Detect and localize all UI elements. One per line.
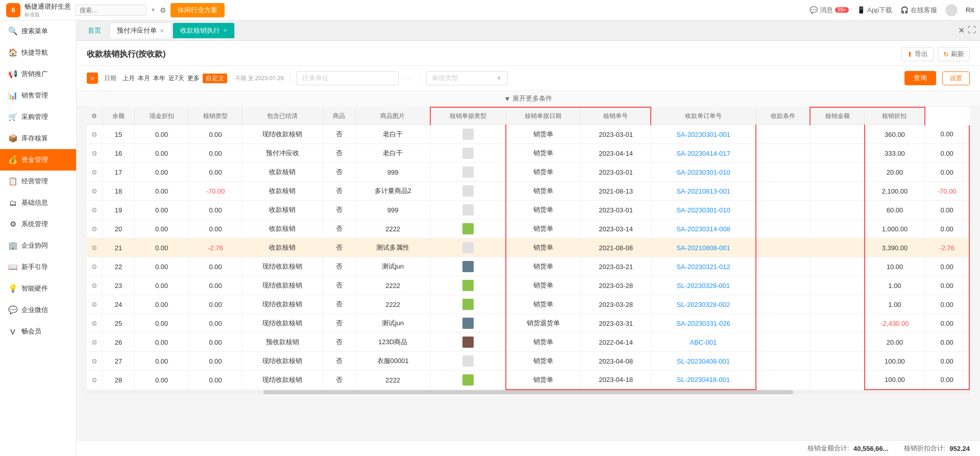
date-opt-last-month[interactable]: 上月 bbox=[122, 74, 135, 83]
sidebar-item-wechat[interactable]: 💬 企业微信 bbox=[0, 299, 76, 321]
message-item[interactable]: 💬 消息 99+ bbox=[810, 6, 849, 15]
cell-settings[interactable]: ⚙ bbox=[87, 163, 102, 182]
cell-write-off-no[interactable]: SL-20230408-001 bbox=[651, 352, 756, 371]
sidebar-item-search[interactable]: 🔍 搜索菜单 bbox=[0, 20, 76, 42]
partner-input[interactable]: 往来单位 bbox=[297, 71, 399, 85]
cell-settings[interactable]: ⚙ bbox=[87, 144, 102, 163]
cell-write-off-no[interactable]: SA-20230414-017 bbox=[651, 144, 756, 163]
table-row: ⚙ 21 0.00 -2.76 收款核销 否 测试多属性 销货单 2021-08… bbox=[87, 238, 969, 257]
date-opt-this-month[interactable]: 本月 bbox=[138, 74, 150, 83]
gear-icon[interactable]: ⚙ bbox=[160, 6, 166, 14]
cell-write-off-no[interactable]: SA-20230301-010 bbox=[651, 163, 756, 182]
cell-write-off-no[interactable]: SL-20230418-001 bbox=[651, 371, 756, 390]
cell-write-off-no[interactable]: SA-20230331-026 bbox=[651, 314, 756, 333]
cell-write-off-no[interactable]: SA-20230301-001 bbox=[651, 125, 756, 144]
cell-settings[interactable]: ⚙ bbox=[87, 371, 102, 390]
cell-settings[interactable]: ⚙ bbox=[87, 182, 102, 201]
sidebar-item-marketing[interactable]: 📢 营销推广 bbox=[0, 63, 76, 85]
sidebar-item-guide[interactable]: 📖 新手引导 bbox=[0, 256, 76, 278]
write-off-no-link[interactable]: SL-20230328-002 bbox=[677, 301, 730, 308]
tab-prepay[interactable]: 预付冲应付单 ✕ bbox=[109, 22, 172, 38]
scroll-thumb[interactable] bbox=[263, 390, 793, 394]
tab-home[interactable]: 首页 bbox=[81, 23, 108, 38]
expand-conditions-button[interactable]: ▼ 展开更多条件 bbox=[504, 94, 553, 103]
write-off-no-link[interactable]: SA-20230331-026 bbox=[676, 320, 730, 327]
date-opt-custom[interactable]: 自定义 bbox=[203, 74, 227, 83]
export-button[interactable]: ⬆ 导出 bbox=[901, 47, 934, 61]
cell-write-off-no[interactable]: SA-20230314-008 bbox=[651, 220, 756, 238]
write-off-no-link[interactable]: SL-20230408-001 bbox=[677, 357, 730, 365]
write-off-no-link[interactable]: ABC-001 bbox=[690, 339, 717, 346]
cell-write-off-no[interactable]: SA-20230321-012 bbox=[651, 257, 756, 276]
cell-write-off-no[interactable]: SA-20210808-001 bbox=[651, 238, 756, 257]
cell-write-off-discount: 0.00 bbox=[925, 257, 969, 276]
cell-settings[interactable]: ⚙ bbox=[87, 352, 102, 371]
enterprise-icon: 🏢 bbox=[8, 241, 17, 250]
minimize-icon[interactable]: ✕ bbox=[958, 26, 965, 35]
home-icon: 🏠 bbox=[8, 48, 17, 57]
cell-settings[interactable]: ⚙ bbox=[87, 220, 102, 238]
app-download-item[interactable]: 📱 App下载 bbox=[857, 6, 892, 15]
cell-settings[interactable]: ⚙ bbox=[87, 276, 102, 295]
sidebar-item-base-info[interactable]: 🗂 基础信息 bbox=[0, 192, 76, 213]
cell-write-off-no[interactable]: SL-20230328-002 bbox=[651, 295, 756, 314]
filter-toggle-button[interactable]: » bbox=[87, 73, 98, 84]
cell-write-off-no[interactable]: ABC-001 bbox=[651, 333, 756, 352]
tab-close-prepay[interactable]: ✕ bbox=[160, 28, 164, 34]
date-opt-7days[interactable]: 近7天 bbox=[168, 74, 184, 83]
single-type-select[interactable]: 单据类型 ▼ bbox=[426, 71, 508, 85]
cell-write-off-no[interactable]: SA-20210813-001 bbox=[651, 182, 756, 201]
cell-settings[interactable]: ⚙ bbox=[87, 295, 102, 314]
sidebar-item-smart-hardware[interactable]: 💡 智能硬件 bbox=[0, 278, 76, 299]
search-input[interactable] bbox=[75, 5, 146, 16]
write-off-no-link[interactable]: SA-20230321-012 bbox=[676, 263, 730, 271]
sidebar-item-inventory[interactable]: 📦 库存核算 bbox=[0, 128, 76, 149]
cell-id: 16 bbox=[102, 144, 135, 163]
write-off-no-link[interactable]: SA-20230301-001 bbox=[676, 131, 730, 138]
write-off-no-link[interactable]: SL-20230328-001 bbox=[677, 282, 730, 290]
cell-settings[interactable]: ⚙ bbox=[87, 201, 102, 220]
cell-settings[interactable]: ⚙ bbox=[87, 333, 102, 352]
date-opt-more[interactable]: 更多 bbox=[187, 74, 200, 83]
write-off-no-link[interactable]: SL-20230418-001 bbox=[677, 376, 730, 383]
cell-goods-image bbox=[430, 238, 506, 257]
cell-write-off-no[interactable]: SL-20230328-001 bbox=[651, 276, 756, 295]
cell-collection-order-no bbox=[756, 257, 810, 276]
sidebar-item-quick-nav[interactable]: 🏠 快捷导航 bbox=[0, 42, 76, 63]
write-off-no-link[interactable]: SA-20210813-001 bbox=[676, 187, 730, 195]
sidebar-item-purchase[interactable]: 🛒 采购管理 bbox=[0, 106, 76, 128]
write-off-no-link[interactable]: SA-20230301-010 bbox=[676, 206, 730, 214]
col-settings[interactable]: ⚙ bbox=[87, 107, 102, 125]
sidebar-item-member[interactable]: V 畅会员 bbox=[0, 321, 76, 342]
cell-settings[interactable]: ⚙ bbox=[87, 238, 102, 257]
sidebar-item-system[interactable]: ⚙ 系统管理 bbox=[0, 213, 76, 235]
cell-balance: 0.00 bbox=[135, 314, 188, 333]
col-cash-discount: 现金折扣 bbox=[135, 107, 188, 125]
cell-settings[interactable]: ⚙ bbox=[87, 314, 102, 333]
query-button[interactable]: 查询 bbox=[904, 71, 936, 85]
date-opt-this-year[interactable]: 本年 bbox=[153, 74, 165, 83]
online-service-item[interactable]: 🎧 在线客服 bbox=[900, 6, 937, 15]
tab-close-collection[interactable]: ✕ bbox=[223, 28, 227, 33]
scroll-bar[interactable] bbox=[87, 390, 970, 394]
refresh-button[interactable]: ↻ 刷新 bbox=[938, 47, 970, 61]
write-off-no-link[interactable]: SA-20210808-001 bbox=[676, 244, 730, 252]
cell-write-off-date: 2023-03-31 bbox=[581, 314, 651, 333]
cell-collection-order-no bbox=[756, 163, 810, 182]
settings-button[interactable]: 设置 bbox=[942, 71, 970, 85]
maximize-icon[interactable]: ⛶ bbox=[968, 26, 976, 35]
write-off-no-link[interactable]: SA-20230414-017 bbox=[676, 150, 730, 157]
table-container[interactable]: ⚙ 余额 现金折扣 核销类型 包含已结清 商品 商品图片 核销单据类型 核销单据… bbox=[77, 107, 980, 440]
cell-settings[interactable]: ⚙ bbox=[87, 257, 102, 276]
sidebar-item-sales[interactable]: 📊 销售管理 bbox=[0, 85, 76, 106]
sidebar-item-operations[interactable]: 📋 经营管理 bbox=[0, 171, 76, 192]
sidebar-item-finance[interactable]: 💰 资金管理 bbox=[0, 149, 76, 171]
industry-button[interactable]: 休闲行业方案 bbox=[170, 3, 225, 17]
cell-write-off-no[interactable]: SA-20230301-010 bbox=[651, 201, 756, 220]
write-off-no-link[interactable]: SA-20230314-008 bbox=[676, 225, 730, 233]
tab-collection[interactable]: 收款核销执行 ✕ bbox=[173, 22, 235, 39]
write-off-no-link[interactable]: SA-20230301-010 bbox=[676, 169, 730, 176]
finance-icon: 💰 bbox=[8, 155, 17, 164]
sidebar-item-enterprise[interactable]: 🏢 企业协同 bbox=[0, 235, 76, 256]
cell-settings[interactable]: ⚙ bbox=[87, 125, 102, 144]
